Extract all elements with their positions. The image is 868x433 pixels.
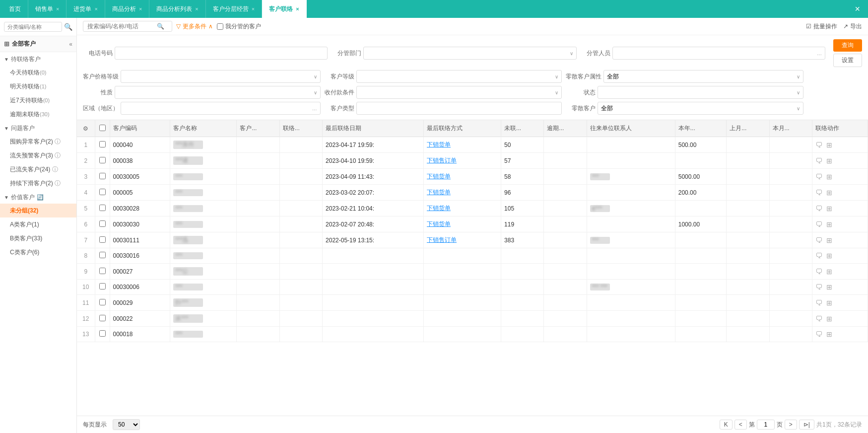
customer-name[interactable]: *** bbox=[170, 201, 237, 216]
export-button[interactable]: ↗ 导出 bbox=[843, 22, 862, 31]
customer-name[interactable]: *** bbox=[170, 327, 237, 342]
last-contact-way[interactable]: 下销货单 bbox=[424, 185, 501, 201]
more-action-icon[interactable]: ⊞ bbox=[826, 268, 832, 276]
row-checkbox[interactable] bbox=[99, 157, 106, 163]
tab-sales[interactable]: 销售单 × bbox=[28, 0, 67, 18]
page-number-input[interactable] bbox=[757, 420, 775, 430]
phone-action-icon[interactable]: 🗨 bbox=[815, 268, 822, 276]
phone-action-icon[interactable]: 🗨 bbox=[815, 157, 822, 165]
section-pending-contact[interactable]: ▼ 待联络客户 bbox=[0, 52, 76, 66]
sidebar-item-today-pending[interactable]: 今天待联络(0) bbox=[0, 66, 76, 79]
tab-product-analysis-list[interactable]: 商品分析列表 × bbox=[149, 0, 205, 18]
collapse-icon[interactable]: « bbox=[69, 41, 72, 48]
close-icon[interactable]: × bbox=[139, 6, 142, 12]
more-action-icon[interactable]: ⊞ bbox=[826, 220, 832, 228]
close-icon[interactable]: × bbox=[252, 6, 255, 12]
tab-home[interactable]: 首页 bbox=[4, 0, 28, 18]
more-action-icon[interactable]: ⊞ bbox=[826, 283, 832, 291]
sidebar-item-unclassified[interactable]: 未分组(32) bbox=[0, 204, 76, 217]
last-contact-way[interactable] bbox=[424, 248, 501, 264]
row-checkbox[interactable] bbox=[99, 173, 106, 179]
price-level-select[interactable]: ∨ bbox=[121, 70, 321, 83]
th-checkbox[interactable] bbox=[95, 120, 110, 137]
row-checkbox[interactable] bbox=[99, 283, 106, 289]
more-action-icon[interactable]: ⊞ bbox=[826, 299, 832, 307]
close-window-button[interactable]: × bbox=[851, 4, 864, 14]
more-action-icon[interactable]: ⊞ bbox=[826, 315, 832, 323]
customer-level-select[interactable]: ∨ bbox=[356, 70, 562, 83]
row-checkbox-cell[interactable] bbox=[95, 201, 110, 216]
section-problem-customers[interactable]: ▼ 问题客户 bbox=[0, 121, 76, 135]
retail-attr-select[interactable]: 全部 ∨ bbox=[603, 70, 803, 83]
phone-action-icon[interactable]: 🗨 bbox=[815, 236, 822, 244]
settings-icon[interactable]: ⚙ bbox=[83, 125, 88, 132]
last-contact-way[interactable]: 下销货单 bbox=[424, 137, 501, 153]
tab-customer-segmentation[interactable]: 客户分层经营 × bbox=[206, 0, 262, 18]
select-all-checkbox[interactable] bbox=[99, 125, 106, 131]
row-checkbox-cell[interactable] bbox=[95, 169, 110, 185]
person-select[interactable]: … bbox=[612, 47, 825, 60]
row-checkbox-cell[interactable] bbox=[95, 137, 110, 153]
row-checkbox[interactable] bbox=[99, 315, 106, 321]
sidebar-item-tomorrow-pending[interactable]: 明天待联络(1) bbox=[0, 79, 76, 93]
my-customers-check[interactable] bbox=[217, 23, 223, 30]
category-search-input[interactable] bbox=[4, 22, 62, 32]
row-checkbox[interactable] bbox=[99, 141, 106, 147]
row-checkbox[interactable] bbox=[99, 330, 106, 337]
row-checkbox[interactable] bbox=[99, 205, 106, 211]
last-contact-way[interactable]: 下销售订单 bbox=[424, 232, 501, 248]
main-search-input[interactable] bbox=[87, 23, 157, 30]
more-action-icon[interactable]: ⊞ bbox=[826, 252, 832, 260]
gender-select[interactable]: ∨ bbox=[115, 86, 321, 99]
customer-name[interactable]: *** bbox=[170, 280, 237, 295]
last-contact-way[interactable] bbox=[424, 295, 501, 311]
phone-action-icon[interactable]: 🗨 bbox=[815, 173, 822, 181]
last-contact-way[interactable] bbox=[424, 311, 501, 327]
region-select[interactable]: … bbox=[121, 102, 321, 115]
row-checkbox-cell[interactable] bbox=[95, 311, 110, 327]
sidebar-item-class-c[interactable]: C类客户(6) bbox=[0, 245, 76, 259]
row-checkbox-cell[interactable] bbox=[95, 216, 110, 232]
customer-name[interactable]: 浓*** bbox=[170, 311, 237, 327]
row-checkbox-cell[interactable] bbox=[95, 280, 110, 295]
phone-action-icon[interactable]: 🗨 bbox=[815, 220, 822, 228]
row-checkbox[interactable] bbox=[99, 299, 106, 305]
retail-customer-select[interactable]: 全部 ∨ bbox=[598, 102, 803, 115]
customer-name[interactable]: *** bbox=[170, 169, 237, 185]
query-button[interactable]: 查询 bbox=[833, 39, 862, 52]
my-customers-checkbox[interactable]: 我分管的客户 bbox=[217, 22, 261, 31]
row-checkbox[interactable] bbox=[99, 220, 106, 227]
sidebar-item-class-a[interactable]: A类客户(1) bbox=[0, 217, 76, 231]
customer-name[interactable]: ***迅 bbox=[170, 232, 237, 248]
more-action-icon[interactable]: ⊞ bbox=[826, 173, 832, 181]
status-select[interactable]: ∨ bbox=[598, 86, 803, 99]
row-checkbox-cell[interactable] bbox=[95, 248, 110, 264]
close-icon[interactable]: × bbox=[56, 6, 59, 12]
last-contact-way[interactable] bbox=[424, 327, 501, 342]
customer-name[interactable]: *** bbox=[170, 185, 237, 201]
phone-action-icon[interactable]: 🗨 bbox=[815, 315, 822, 323]
last-contact-way[interactable]: 下销货单 bbox=[424, 201, 501, 216]
row-checkbox-cell[interactable] bbox=[95, 185, 110, 201]
customer-type-select[interactable] bbox=[356, 102, 562, 115]
sidebar-item-overdue-contact[interactable]: 逾期未联络(30) bbox=[0, 107, 76, 121]
last-contact-way[interactable]: 下销售订单 bbox=[424, 153, 501, 169]
more-action-icon[interactable]: ⊞ bbox=[826, 236, 832, 244]
search-icon[interactable]: 🔍 bbox=[64, 23, 72, 31]
row-checkbox[interactable] bbox=[99, 268, 106, 274]
row-checkbox-cell[interactable] bbox=[95, 264, 110, 280]
more-action-icon[interactable]: ⊞ bbox=[826, 141, 832, 149]
customer-name[interactable]: ***亲仵 bbox=[170, 137, 237, 153]
row-checkbox-cell[interactable] bbox=[95, 153, 110, 169]
phone-action-icon[interactable]: 🗨 bbox=[815, 189, 822, 197]
close-icon[interactable]: × bbox=[296, 6, 299, 12]
reset-button[interactable]: 设置 bbox=[833, 54, 862, 67]
phone-action-icon[interactable]: 🗨 bbox=[815, 252, 822, 260]
page-size-select[interactable]: 50 20 100 bbox=[113, 419, 140, 430]
last-contact-way[interactable]: 下销货单 bbox=[424, 169, 501, 185]
more-action-icon[interactable]: ⊞ bbox=[826, 189, 832, 197]
more-action-icon[interactable]: ⊞ bbox=[826, 205, 832, 213]
batch-operation-button[interactable]: ☑ 批量操作 bbox=[806, 22, 837, 31]
customer-name[interactable]: *** bbox=[170, 216, 237, 232]
row-checkbox[interactable] bbox=[99, 252, 106, 258]
